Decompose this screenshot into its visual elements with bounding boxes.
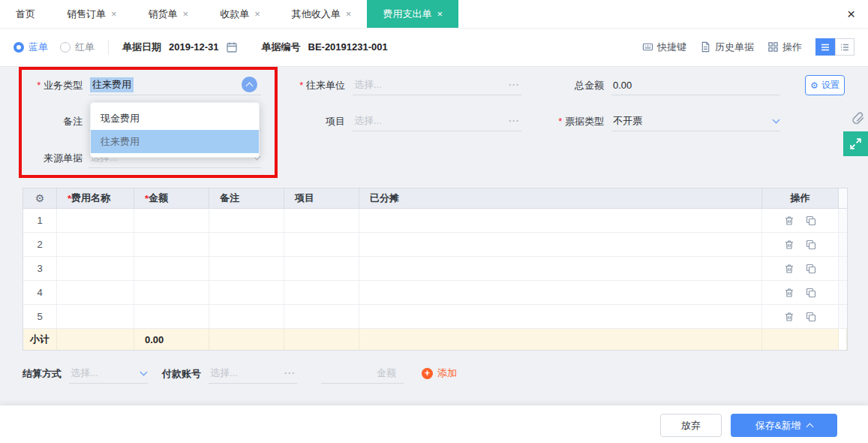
copy-row-icon[interactable] (806, 240, 816, 250)
chevron-up-icon (806, 423, 814, 431)
cell-expense-name[interactable] (57, 233, 134, 256)
cell-remark[interactable] (209, 305, 284, 328)
doc-date-label: 单据日期 (122, 41, 161, 54)
list-view-icon (820, 42, 830, 53)
tab-label: 首页 (16, 8, 35, 21)
col-project: 项目 (284, 188, 359, 208)
add-label: 添加 (437, 366, 457, 380)
collapse-dropdown-icon[interactable] (242, 77, 257, 92)
delete-row-icon[interactable] (784, 264, 794, 274)
settlement-amount-field[interactable]: 金额 (321, 363, 404, 384)
remark-label: 备注 (15, 111, 83, 131)
cell-amount[interactable] (134, 281, 209, 304)
tab-other-income[interactable]: 其他收入单 × (276, 0, 368, 28)
cell-amount[interactable] (134, 257, 209, 280)
radio-blue-form[interactable]: 蓝单 (14, 41, 48, 54)
copy-row-icon[interactable] (806, 312, 816, 322)
settlement-method-field[interactable]: 选择... (69, 363, 148, 384)
payment-account-label: 付款账号 (162, 363, 201, 384)
settings-label: 设置 (821, 79, 839, 92)
cell-remark[interactable] (209, 209, 284, 232)
doc-date-value[interactable]: 2019-12-31 (169, 41, 219, 53)
shortcuts-button[interactable]: 快捷键 (642, 41, 686, 54)
partner-placeholder: 选择... (354, 78, 382, 92)
cell-allocated (359, 209, 762, 232)
cell-project[interactable] (284, 233, 359, 256)
table-row: 3 (23, 257, 847, 281)
tab-close-icon[interactable]: × (254, 9, 260, 19)
tab-sales-invoice[interactable]: 销货单 × (133, 0, 205, 28)
detail-view-icon (839, 42, 850, 53)
business-type-value: 往来费用 (90, 77, 134, 92)
invoice-type-label: 票据类型 (525, 111, 604, 131)
cell-remark[interactable] (209, 257, 284, 280)
cell-remark[interactable] (209, 233, 284, 256)
abandon-button[interactable]: 放弃 (660, 414, 722, 437)
tab-expense-payment-active[interactable]: 费用支出单 × (367, 0, 458, 28)
tab-receipt[interactable]: 收款单 × (204, 0, 276, 28)
tab-close-icon[interactable]: × (346, 9, 352, 19)
attachment-icon[interactable] (850, 110, 866, 127)
delete-row-icon[interactable] (784, 240, 794, 250)
cell-expense-name[interactable] (57, 257, 134, 280)
tab-close-icon[interactable]: × (183, 9, 189, 19)
expense-table: ⚙ 费用名称 金额 备注 项目 已分摊 操作 1 2 (23, 188, 848, 351)
save-and-add-button[interactable]: 保存&新增 (731, 414, 837, 437)
project-more-icon[interactable]: ··· (509, 116, 520, 126)
project-field[interactable]: 选择... ··· (353, 111, 521, 131)
copy-row-icon[interactable] (806, 215, 816, 226)
doc-no-value: BE-20191231-001 (308, 41, 388, 53)
subtotal-row: 小计 0.00 (23, 329, 847, 350)
business-type-field[interactable]: 往来费用 (89, 75, 261, 95)
cell-amount[interactable] (134, 305, 209, 328)
tab-home[interactable]: 首页 (0, 0, 51, 28)
partner-field[interactable]: 选择... ··· (353, 75, 521, 95)
cell-amount[interactable] (134, 209, 209, 232)
cell-remark[interactable] (209, 281, 284, 304)
delete-row-icon[interactable] (784, 312, 794, 322)
delete-row-icon[interactable] (784, 288, 794, 298)
cell-expense-name[interactable] (57, 281, 134, 304)
radio-blue-label: 蓝单 (29, 41, 48, 54)
cell-amount[interactable] (134, 233, 209, 256)
subtotal-label: 小计 (23, 329, 57, 350)
tab-close-icon[interactable]: × (437, 9, 443, 19)
settlement-method-label: 结算方式 (23, 363, 62, 384)
tab-label: 收款单 (220, 8, 249, 21)
list-view-button[interactable] (815, 38, 835, 56)
detail-view-button[interactable] (835, 38, 854, 56)
table-settings-icon[interactable]: ⚙ (35, 193, 45, 203)
cell-project[interactable] (284, 209, 359, 232)
settings-button[interactable]: ⚙ 设置 (805, 75, 845, 95)
total-amount-field[interactable]: 0.00 (611, 75, 780, 95)
cell-expense-name[interactable] (57, 305, 134, 328)
tab-sales-order[interactable]: 销售订单 × (51, 0, 133, 28)
history-doc-icon (700, 41, 711, 53)
close-all-icon[interactable]: × (834, 0, 868, 28)
operations-button[interactable]: 操作 (767, 41, 802, 54)
cell-project[interactable] (284, 281, 359, 304)
cell-project[interactable] (284, 305, 359, 328)
radio-red-form[interactable]: 红单 (60, 41, 95, 54)
dropdown-option-transaction-selected[interactable]: 往来费用 (91, 130, 259, 153)
calendar-icon[interactable] (226, 41, 238, 53)
tab-label: 销货单 (149, 8, 178, 21)
payment-account-field[interactable]: 选择... ··· (209, 363, 297, 384)
expand-button[interactable] (843, 131, 868, 156)
invoice-type-value: 不开票 (613, 114, 642, 128)
copy-row-icon[interactable] (806, 264, 816, 274)
copy-row-icon[interactable] (806, 288, 816, 298)
cell-expense-name[interactable] (57, 209, 134, 232)
cell-project[interactable] (284, 257, 359, 280)
tab-close-icon[interactable]: × (111, 9, 117, 19)
add-settlement-button[interactable]: + 添加 (422, 366, 457, 380)
partner-more-icon[interactable]: ··· (509, 80, 520, 90)
chevron-down-icon[interactable] (773, 120, 779, 122)
history-button[interactable]: 历史单据 (700, 41, 754, 54)
dropdown-option-cash[interactable]: 现金费用 (91, 107, 259, 130)
payment-account-more-icon[interactable]: ··· (284, 368, 296, 378)
chevron-down-icon[interactable] (141, 372, 146, 375)
total-amount-label: 总金额 (525, 75, 604, 95)
delete-row-icon[interactable] (784, 215, 794, 226)
invoice-type-field[interactable]: 不开票 (611, 111, 780, 131)
